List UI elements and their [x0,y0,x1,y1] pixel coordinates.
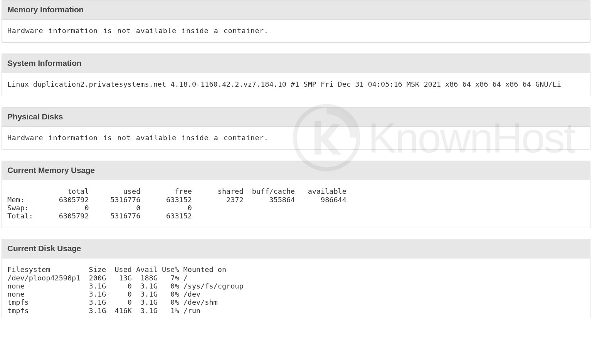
panel-current-memory-usage: Current Memory Usage total used free sha… [2,161,590,228]
memory-info-message: Hardware information is not available in… [7,27,268,35]
memory-usage-output: total used free shared buff/cache availa… [7,187,585,220]
panel-header: Current Memory Usage [2,161,590,180]
panel-body: Filesystem Size Used Avail Use% Mounted … [2,258,590,318]
panel-body: Hardware information is not available in… [2,127,590,149]
panel-header: Physical Disks [2,107,590,127]
physical-disks-message: Hardware information is not available in… [7,134,268,142]
panel-physical-disks: Physical Disks Hardware information is n… [2,107,590,150]
panel-title: Current Disk Usage [7,244,585,253]
panel-title: Current Memory Usage [7,166,585,175]
panel-header: System Information [2,54,590,73]
panel-system-information: System Information Linux duplication2.pr… [2,54,590,96]
panel-title: Physical Disks [7,112,585,121]
panel-memory-information: Memory Information Hardware information … [2,0,590,43]
disk-usage-output: Filesystem Size Used Avail Use% Mounted … [7,265,585,315]
panel-header: Memory Information [2,0,590,20]
panel-body: Linux duplication2.privatesystems.net 4.… [2,73,590,96]
system-info-output: Linux duplication2.privatesystems.net 4.… [7,80,585,88]
panel-title: System Information [7,59,585,68]
panel-header: Current Disk Usage [2,239,590,258]
panel-body: total used free shared buff/cache availa… [2,180,590,228]
panel-current-disk-usage: Current Disk Usage Filesystem Size Used … [2,239,590,318]
panel-body: Hardware information is not available in… [2,20,590,42]
panel-title: Memory Information [7,5,585,14]
